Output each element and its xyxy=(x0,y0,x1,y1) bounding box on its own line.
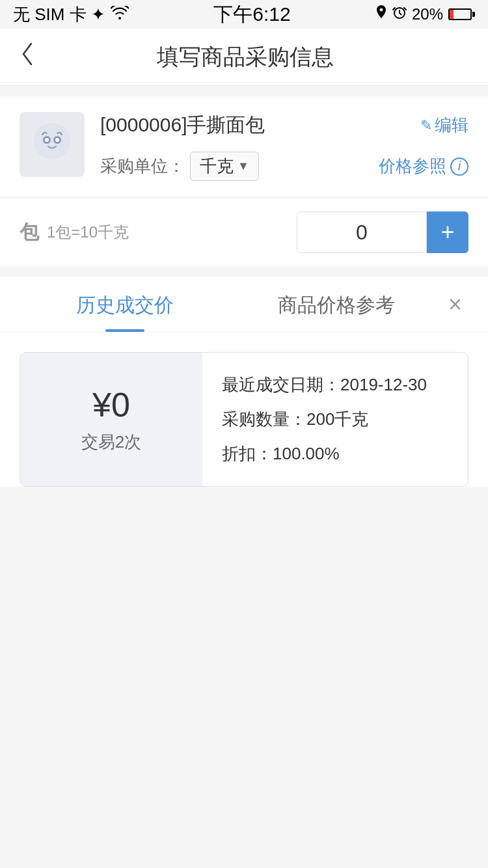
quantity-add-button[interactable]: + xyxy=(427,211,468,253)
battery-percent: 20% xyxy=(412,5,443,23)
tab-product-price-ref-label: 商品价格参考 xyxy=(278,294,395,316)
status-bar: 无 SIM 卡 ✦ 下午6:12 20% xyxy=(0,0,488,29)
tabs-header: 历史成交价 商品价格参考 × xyxy=(0,277,488,332)
product-thumbnail xyxy=(33,122,72,168)
price-value: 0 xyxy=(111,386,130,424)
product-details: [0000006]手撕面包 ✎ 编辑 采购单位： 千克 ▼ 价格参照 i xyxy=(100,112,468,181)
tab-product-price-ref[interactable]: 商品价格参考 xyxy=(230,277,441,332)
wifi-icon xyxy=(111,5,129,25)
product-card: [0000006]手撕面包 ✎ 编辑 采购单位： 千克 ▼ 价格参照 i xyxy=(0,96,488,197)
page-title: 填写商品采购信息 xyxy=(48,42,442,72)
unit-value: 千克 xyxy=(200,155,234,178)
quantity-input-group: + xyxy=(297,211,468,253)
status-left: 无 SIM 卡 ✦ xyxy=(13,3,129,26)
unit-label: 采购单位： 千克 ▼ xyxy=(100,152,259,181)
back-button[interactable] xyxy=(20,41,35,73)
unit-dropdown-arrow: ▼ xyxy=(237,159,249,173)
product-title-row: [0000006]手撕面包 ✎ 编辑 xyxy=(100,112,468,139)
product-id: [0000006] xyxy=(100,114,187,135)
transaction-right: 最近成交日期：2019-12-30 采购数量：200千克 折扣：100.00% xyxy=(202,353,468,486)
svg-point-5 xyxy=(55,138,59,142)
edit-label: 编辑 xyxy=(435,114,468,137)
main-content xyxy=(0,506,488,868)
sim-label: 无 SIM 卡 ✦ xyxy=(13,3,105,26)
svg-point-4 xyxy=(45,138,49,142)
product-name: [0000006]手撕面包 xyxy=(100,112,265,139)
transaction-date: 最近成交日期：2019-12-30 xyxy=(222,372,448,398)
package-icon: 包 xyxy=(20,219,39,246)
help-icon: i xyxy=(450,157,468,176)
battery-icon xyxy=(448,8,475,20)
tab-history-price[interactable]: 历史成交价 xyxy=(20,277,230,332)
unit-label-text: 采购单位： xyxy=(100,155,185,178)
quantity-unit-info: 包 1包=10千克 xyxy=(20,219,129,246)
status-time: 下午6:12 xyxy=(213,1,290,28)
product-name-text: 手撕面包 xyxy=(187,114,265,135)
package-unit-label: 1包=10千克 xyxy=(47,222,129,243)
location-icon xyxy=(375,5,387,23)
transaction-left: ¥0 交易2次 xyxy=(20,353,202,486)
transaction-count: 交易2次 xyxy=(81,431,141,454)
unit-select[interactable]: 千克 ▼ xyxy=(190,152,259,181)
transaction-discount: 折扣：100.00% xyxy=(222,441,448,467)
svg-point-1 xyxy=(34,123,70,159)
quantity-input[interactable] xyxy=(297,211,427,253)
edit-button[interactable]: ✎ 编辑 xyxy=(420,114,468,137)
tabs-section: 历史成交价 商品价格参考 × ¥0 交易2次 最近成交日期：2019-12-30… xyxy=(0,277,488,487)
alarm-icon xyxy=(392,5,407,23)
status-right: 20% xyxy=(375,5,475,23)
quantity-section: 包 1包=10千克 + xyxy=(0,198,488,266)
transaction-quantity: 采购数量：200千克 xyxy=(222,407,448,432)
price-symbol: ¥ xyxy=(92,386,111,424)
tab-close-button[interactable]: × xyxy=(442,284,468,325)
tab-history-price-label: 历史成交价 xyxy=(76,294,174,316)
product-image xyxy=(20,112,85,177)
header: 填写商品采购信息 xyxy=(0,29,488,86)
transaction-price: ¥0 xyxy=(92,385,130,424)
edit-icon: ✎ xyxy=(420,117,432,134)
price-ref-label: 价格参照 xyxy=(379,155,446,178)
transaction-card: ¥0 交易2次 最近成交日期：2019-12-30 采购数量：200千克 折扣：… xyxy=(20,352,468,487)
unit-row: 采购单位： 千克 ▼ 价格参照 i xyxy=(100,152,468,181)
price-reference-button[interactable]: 价格参照 i xyxy=(379,155,468,178)
